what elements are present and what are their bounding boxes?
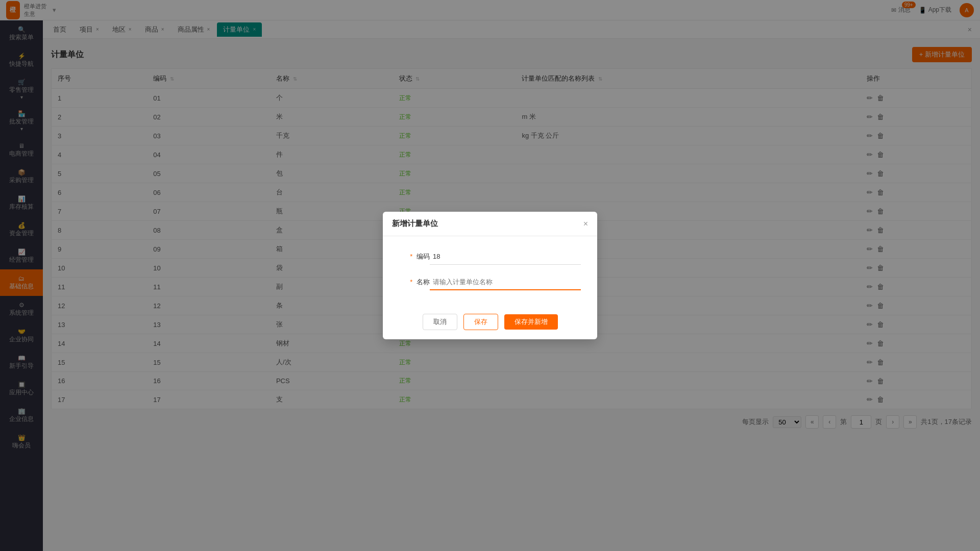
modal-close-button[interactable]: × — [583, 220, 588, 228]
add-measure-unit-modal: 新增计量单位 × * 编码 * 名称 取消 保存 保存并新增 — [383, 212, 597, 339]
modal-body: * 编码 * 名称 — [383, 236, 597, 308]
name-input[interactable] — [430, 274, 581, 290]
name-label: * 名称 — [399, 278, 430, 287]
code-form-row: * 编码 — [399, 248, 581, 265]
modal-footer: 取消 保存 保存并新增 — [383, 308, 597, 339]
required-star: * — [410, 253, 412, 260]
cancel-button[interactable]: 取消 — [423, 314, 457, 330]
save-and-new-button[interactable]: 保存并新增 — [504, 314, 558, 330]
name-form-row: * 名称 — [399, 274, 581, 290]
save-button[interactable]: 保存 — [463, 314, 498, 330]
modal-overlay: 新增计量单位 × * 编码 * 名称 取消 保存 保存并新增 — [0, 0, 980, 551]
modal-header: 新增计量单位 × — [383, 212, 597, 236]
code-label: * 编码 — [399, 252, 430, 261]
required-star: * — [410, 278, 412, 286]
modal-title: 新增计量单位 — [392, 219, 438, 229]
code-input[interactable] — [430, 248, 581, 265]
